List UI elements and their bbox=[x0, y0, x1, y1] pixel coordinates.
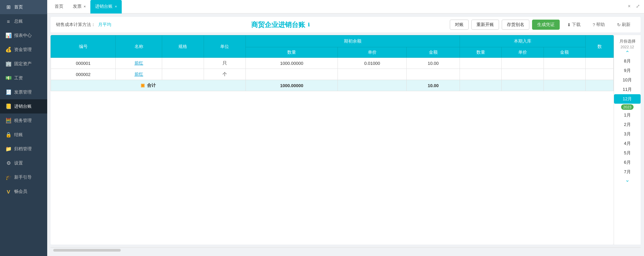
sidebar-item-label: 设置 bbox=[14, 160, 23, 166]
reports-icon: 📊 bbox=[5, 32, 11, 39]
month-item-2[interactable]: 2月 bbox=[614, 120, 641, 129]
sidebar-item-salary[interactable]: 💵 工资 bbox=[0, 71, 47, 85]
sidebar-item-guide[interactable]: 🎓 新手引导 bbox=[0, 170, 47, 184]
sidebar-item-label: 总账 bbox=[14, 18, 23, 24]
help-button[interactable]: ? 帮助 bbox=[588, 20, 610, 29]
sub-header-amount2: 金额 bbox=[544, 47, 585, 58]
close-window-button[interactable]: × bbox=[626, 3, 633, 9]
month-item-12[interactable]: 12月 bbox=[614, 94, 641, 104]
save-alias-button[interactable]: 存货别名 bbox=[502, 20, 529, 30]
month-item-11[interactable]: 11月 bbox=[614, 85, 641, 94]
table-row: 000001 前红 只 1000.00000 0.01000 10.00 bbox=[51, 58, 614, 69]
month-item-10[interactable]: 10月 bbox=[614, 75, 641, 85]
sidebar-item-assets[interactable]: 🏢 固定资产 bbox=[0, 57, 47, 71]
sidebar-item-label: 发票管理 bbox=[14, 89, 32, 95]
col-header-name: 名称 bbox=[116, 35, 162, 58]
refresh-button[interactable]: ↻ 刷新 bbox=[612, 20, 635, 29]
cell-unit: 只 bbox=[204, 58, 245, 69]
month-item-3[interactable]: 3月 bbox=[614, 129, 641, 139]
download-icon: ⬇ bbox=[567, 22, 571, 27]
tax-icon: 🧮 bbox=[5, 118, 11, 124]
cell-qi-qty: 1000.00000 bbox=[246, 58, 338, 69]
download-button[interactable]: ⬇ 下载 bbox=[562, 20, 585, 29]
sidebar-item-label: 归档管理 bbox=[14, 146, 32, 152]
month-scroll-up[interactable]: ⌃ bbox=[625, 50, 630, 56]
cell-name: 前红 bbox=[116, 58, 162, 69]
month-panel: 月份选择 2022.12 ⌃ 8月 9月 10月 11月 12月 2023 1月… bbox=[614, 35, 641, 245]
horizontal-scrollbar[interactable] bbox=[53, 249, 121, 252]
month-scroll-down[interactable]: ⌄ bbox=[625, 177, 630, 183]
cost-method-value: 月平均 bbox=[98, 22, 111, 28]
tab-home[interactable]: 首页 bbox=[50, 0, 68, 14]
total-in-qty bbox=[460, 80, 502, 91]
total-in-price bbox=[502, 80, 544, 91]
year-2022-label: 2022.12 bbox=[621, 45, 634, 49]
cell-qi-qty bbox=[246, 69, 338, 80]
sub-header-qty2: 数量 bbox=[460, 47, 502, 58]
reopen-button[interactable]: 重新开账 bbox=[471, 20, 499, 30]
tab-invoice-label: 发票 bbox=[73, 3, 82, 9]
table-month-area: 编号 名称 规格 单位 期初余额 本期入库 数 数量 单价 金额 数 bbox=[51, 35, 641, 245]
sidebar-item-ledger[interactable]: ≡ 总账 bbox=[0, 14, 47, 28]
tab-invoice[interactable]: 发票 × bbox=[68, 0, 90, 14]
sidebar-item-close[interactable]: 🔒 结账 bbox=[0, 128, 47, 142]
cell-qi-price bbox=[338, 69, 407, 80]
total-extra bbox=[586, 80, 614, 91]
cell-spec bbox=[162, 69, 204, 80]
maximize-window-button[interactable]: ⤢ bbox=[635, 3, 641, 9]
sidebar-item-label: 结账 bbox=[14, 132, 23, 138]
month-item-5[interactable]: 5月 bbox=[614, 148, 641, 158]
sidebar-item-reports[interactable]: 📊 报表中心 bbox=[0, 28, 47, 43]
sub-header-price2: 单价 bbox=[502, 47, 544, 58]
page-title-area: 商贸企业进销台账 ℹ bbox=[251, 20, 310, 29]
month-item-1[interactable]: 1月 bbox=[614, 110, 641, 120]
total-qi-qty: 1000.00000 bbox=[246, 80, 338, 91]
generate-button[interactable]: 生成凭证 bbox=[532, 20, 560, 30]
sidebar-item-invoice-mgmt[interactable]: 🧾 发票管理 bbox=[0, 85, 47, 99]
month-item-7[interactable]: 7月 bbox=[614, 167, 641, 177]
tab-inventory-close[interactable]: × bbox=[115, 4, 117, 8]
member-icon: V bbox=[5, 189, 11, 195]
inventory-icon: 📒 bbox=[5, 103, 11, 109]
sidebar-item-settings[interactable]: ⚙ 设置 bbox=[0, 156, 47, 170]
sidebar-item-label: 固定资产 bbox=[14, 61, 32, 67]
cell-qi-amount: 10.00 bbox=[407, 58, 460, 69]
bottom-scrollbar-area bbox=[51, 247, 641, 253]
sub-header-price1: 单价 bbox=[338, 47, 407, 58]
sidebar-item-member[interactable]: V 畅会员 bbox=[0, 184, 47, 199]
help-icon: ? bbox=[593, 22, 595, 27]
close-sidebar-icon: 🔒 bbox=[5, 132, 11, 138]
page-title: 商贸企业进销台账 bbox=[251, 20, 305, 29]
month-item-9[interactable]: 9月 bbox=[614, 66, 641, 75]
col-header-unit: 单位 bbox=[204, 35, 245, 58]
sidebar-item-home[interactable]: ⊞ 首页 bbox=[0, 0, 47, 14]
sub-header-amount1: 金额 bbox=[407, 47, 460, 58]
sidebar-item-label: 工资 bbox=[14, 75, 23, 81]
tab-invoice-close[interactable]: × bbox=[84, 4, 86, 8]
window-controls: × ⤢ bbox=[626, 3, 641, 9]
cell-name: 前红 bbox=[116, 69, 162, 80]
salary-icon: 💵 bbox=[5, 75, 11, 81]
sub-header-qty1: 数量 bbox=[246, 47, 338, 58]
month-item-6[interactable]: 6月 bbox=[614, 158, 641, 167]
match-button[interactable]: 对账 bbox=[450, 20, 469, 30]
month-item-8[interactable]: 8月 bbox=[614, 56, 641, 66]
sidebar-item-archive[interactable]: 📁 归档管理 bbox=[0, 142, 47, 156]
sidebar-item-inventory[interactable]: 📒 进销台账 bbox=[0, 99, 47, 113]
total-qi-amount: 10.00 bbox=[407, 80, 460, 91]
sidebar-item-label: 畅会员 bbox=[14, 188, 27, 195]
sidebar-item-tax[interactable]: 🧮 税务管理 bbox=[0, 113, 47, 128]
sidebar-item-finance[interactable]: 💰 资金管理 bbox=[0, 43, 47, 57]
main-area: × ⤢ 首页 发票 × 进销台账 × 销售成本计算方法： 月平均 商贸企业进销台… bbox=[47, 0, 644, 256]
month-item-4[interactable]: 4月 bbox=[614, 139, 641, 148]
col-header-extra: 数 bbox=[586, 35, 614, 58]
cell-spec bbox=[162, 58, 204, 69]
year-2023-row: 2023 bbox=[614, 104, 641, 110]
sidebar-item-label: 资金管理 bbox=[14, 47, 32, 53]
total-icon: ▣ bbox=[141, 83, 145, 88]
cell-in-price bbox=[502, 58, 544, 69]
tab-inventory[interactable]: 进销台账 × bbox=[90, 0, 121, 14]
month-panel-title: 月份选择 bbox=[619, 37, 636, 45]
col-header-id: 编号 bbox=[51, 35, 116, 58]
cost-method-label: 销售成本计算方法： bbox=[56, 22, 95, 28]
